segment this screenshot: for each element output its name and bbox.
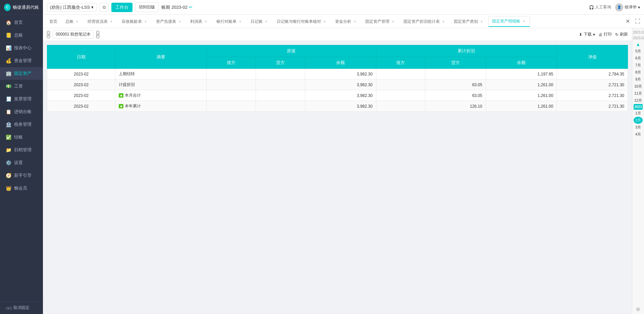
tab-fullscreen-button[interactable]: ⛶ bbox=[634, 18, 641, 25]
service-button[interactable]: 🎧 人工客询 bbox=[589, 4, 611, 10]
tab-bankbill[interactable]: 银行对账单 × bbox=[213, 16, 246, 27]
tab-bizstatus[interactable]: 经营状况表 × bbox=[84, 16, 117, 27]
tab-capitalanalysis-close[interactable]: × bbox=[353, 19, 357, 24]
tab-receivable-close[interactable]: × bbox=[143, 19, 148, 24]
th-depr-credit: 贷方 bbox=[425, 57, 486, 69]
sidebar-item-label: 资金管理 bbox=[14, 58, 32, 64]
sidebar-item-report[interactable]: 📊 报表中心 bbox=[0, 42, 43, 54]
month-item[interactable]: 5月 bbox=[634, 48, 643, 55]
tab-receivable[interactable]: 应收账龄表 × bbox=[118, 16, 152, 27]
sidebar-item-tax[interactable]: 🏦 税务管理 bbox=[0, 118, 43, 131]
download-button[interactable]: ⬇ 下载 ▾ bbox=[579, 32, 595, 37]
sidebar-item-salespurchase[interactable]: 📋 进销台账 bbox=[0, 105, 43, 118]
table-row: 2023-02 上期结转 3,982.30 1,197.95 2,784.35 bbox=[47, 69, 628, 80]
scroll-up-arrow[interactable]: ▲ bbox=[632, 41, 644, 48]
tab-journalbank[interactable]: 日记账与银行对账单核对 × bbox=[273, 16, 331, 27]
month-item[interactable]: 9月 bbox=[634, 76, 643, 83]
tab-ledger-close[interactable]: × bbox=[75, 19, 79, 24]
copy-button[interactable]: ⧉ bbox=[99, 3, 109, 12]
sidebar-item-fixed[interactable]: 🏢 固定资产 bbox=[0, 67, 43, 80]
sidebar-item-archive[interactable]: 📁 归档管理 bbox=[0, 144, 43, 156]
month-item[interactable]: 4月 bbox=[634, 131, 643, 138]
sidebar-item-home[interactable]: 🏠 首页 bbox=[0, 16, 43, 29]
salespurchase-icon: 📋 bbox=[5, 109, 11, 115]
date-nav-top2[interactable]: 2023.02 bbox=[632, 35, 644, 41]
tab-fixedtype[interactable]: 固定资产类别 × bbox=[450, 16, 488, 27]
sidebar-item-wage[interactable]: 💵 工资 bbox=[0, 80, 43, 93]
invoice-icon: 🧾 bbox=[5, 96, 11, 102]
cell-orig-balance: 3,982.30 bbox=[305, 69, 376, 80]
tab-profit[interactable]: 利润表 × bbox=[186, 16, 212, 27]
sidebar-unpin-button[interactable]: ◁◁ 取消固定 bbox=[0, 301, 43, 314]
sidebar-item-guide[interactable]: 🧭 新手引导 bbox=[0, 169, 43, 182]
cell-orig-balance: 3,982.30 bbox=[305, 90, 376, 101]
home-icon: 🏠 bbox=[5, 19, 11, 25]
cell-summary: ■本月合计 bbox=[115, 90, 207, 101]
cell-date: 2023-02 bbox=[47, 69, 115, 80]
company-selector[interactable]: (劝告) 江西服垒-LSS ▾ bbox=[47, 3, 97, 12]
tab-fixeddetail[interactable]: 固定资产明细账 × bbox=[488, 16, 530, 27]
sidebar-item-checkout[interactable]: ✅ 结账 bbox=[0, 131, 43, 144]
cell-depr-debit bbox=[376, 69, 425, 80]
sidebar-item-capital[interactable]: 💰 资金管理 bbox=[0, 54, 43, 67]
row-tag: ■ bbox=[119, 104, 123, 108]
print-button[interactable]: 🖨 打印 bbox=[598, 32, 612, 37]
sidebar-item-label: 报表中心 bbox=[14, 45, 32, 51]
nav-back-button[interactable]: ‹ bbox=[47, 31, 50, 38]
right-panel-settings-icon[interactable]: ⚙ bbox=[634, 305, 642, 314]
tab-assets-close[interactable]: × bbox=[177, 19, 182, 24]
sidebar-item-label: 畅会员 bbox=[14, 185, 27, 191]
fixed-icon: 🏢 bbox=[5, 70, 11, 76]
app-logo-icon: C bbox=[4, 4, 11, 11]
refresh-button[interactable]: ↻ 刷新 bbox=[615, 32, 628, 37]
month-item[interactable]: 11月 bbox=[634, 90, 643, 97]
month-item[interactable]: 6月 bbox=[634, 55, 643, 62]
cell-net-value: 2,721.30 bbox=[557, 80, 628, 90]
active-month[interactable]: 2月 bbox=[634, 117, 643, 124]
tab-journal-close[interactable]: × bbox=[264, 19, 269, 24]
tab-right-icons: ✕ ⛶ bbox=[624, 18, 641, 25]
th-accumulated-depr: 累计折旧 bbox=[376, 45, 557, 57]
month-item[interactable]: 7月 bbox=[634, 62, 643, 69]
month-item[interactable]: 10月 bbox=[634, 83, 643, 90]
date-nav-top1[interactable]: 2023.02 bbox=[632, 30, 644, 35]
user-menu[interactable]: 👤 徐泽华 ▾ bbox=[615, 3, 640, 11]
tab-capitalanalysis[interactable]: 资金分析 × bbox=[331, 16, 361, 27]
tab-journalbank-close[interactable]: × bbox=[322, 19, 327, 24]
year-badge[interactable]: 2023 bbox=[634, 104, 643, 110]
month-item[interactable]: 1月 bbox=[634, 110, 643, 117]
workbench-button[interactable]: 工作台 bbox=[111, 3, 132, 12]
edit-icon[interactable]: ✏ bbox=[189, 5, 193, 10]
tab-fixedtype-close[interactable]: × bbox=[479, 19, 484, 24]
month-item[interactable]: 8月 bbox=[634, 69, 643, 76]
tab-bankbill-close[interactable]: × bbox=[238, 19, 243, 24]
tab-assets[interactable]: 资产负债表 × bbox=[152, 16, 186, 27]
tab-fixedmgmt[interactable]: 固定资产管理 × bbox=[362, 16, 399, 27]
ledger-icon: 📒 bbox=[5, 32, 11, 38]
tab-close-all-button[interactable]: ✕ bbox=[624, 18, 631, 25]
tab-journal[interactable]: 日记账 × bbox=[247, 16, 272, 27]
cell-orig-credit bbox=[256, 101, 305, 112]
sidebar-item-member[interactable]: 👑 畅会员 bbox=[0, 182, 43, 195]
tab-home[interactable]: 首页 bbox=[46, 16, 61, 27]
tab-fixedmgmt-close[interactable]: × bbox=[391, 19, 395, 24]
tab-deprstat[interactable]: 固定资产折旧统计表 × bbox=[400, 16, 449, 27]
asset-tag[interactable]: 000001 联想笔记本 bbox=[53, 30, 93, 39]
th-depr-debit: 借方 bbox=[376, 57, 425, 69]
switch-version-button[interactable]: 切到旧版 bbox=[135, 2, 159, 12]
tab-profit-close[interactable]: × bbox=[204, 19, 208, 24]
tab-fixeddetail-close[interactable]: × bbox=[522, 19, 526, 23]
sidebar-item-ledger[interactable]: 📒 总账 bbox=[0, 29, 43, 42]
month-item[interactable]: 12月 bbox=[634, 97, 643, 104]
cell-orig-debit bbox=[207, 101, 256, 112]
tab-bizstatus-close[interactable]: × bbox=[109, 19, 114, 24]
sidebar-item-settings[interactable]: ⚙️ 设置 bbox=[0, 156, 43, 169]
capital-icon: 💰 bbox=[5, 58, 11, 64]
service-icon: 🎧 bbox=[589, 5, 594, 10]
tab-deprstat-close[interactable]: × bbox=[441, 19, 446, 24]
nav-forward-button[interactable]: › bbox=[96, 31, 99, 38]
month-item[interactable]: 3月 bbox=[634, 124, 643, 131]
cell-depr-credit bbox=[425, 69, 486, 80]
sidebar-item-invoice[interactable]: 🧾 发票管理 bbox=[0, 93, 43, 105]
tab-ledger[interactable]: 总账 × bbox=[62, 16, 83, 27]
